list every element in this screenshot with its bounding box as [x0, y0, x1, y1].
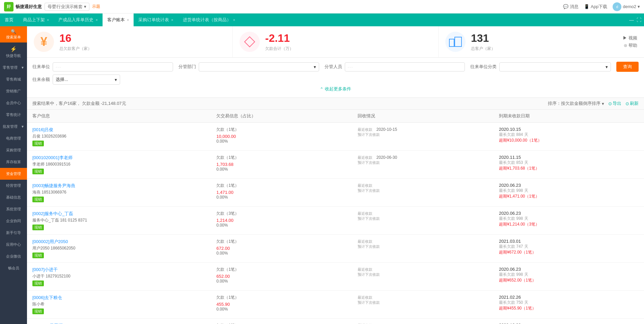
debt-amount-5[interactable]: 652.00: [216, 274, 347, 279]
refresh-button[interactable]: ⊙ 刷新: [625, 100, 639, 107]
close-icon[interactable]: ×: [127, 18, 129, 22]
close-icon[interactable]: ×: [47, 18, 49, 22]
overdue-text-6[interactable]: 超期¥455.90（1笔）: [499, 305, 639, 311]
table-row: [0007]小进干 小进干 18279152100 现销 欠款（1笔） 652.…: [27, 263, 644, 291]
filter-label-balance: 往来余额: [32, 77, 50, 83]
customer-tag-5: 现销: [32, 281, 44, 286]
export-label: 导出: [613, 100, 621, 107]
sidebar-link[interactable]: 示题: [92, 4, 100, 9]
retail-mgmt-label: 零售管理: [3, 65, 18, 70]
last-collection-label-5: 最近收款: [358, 267, 372, 271]
debt-amount-6[interactable]: 455.90: [216, 302, 347, 307]
last-collection-label-4: 最近收款: [358, 239, 372, 243]
customer-name-3[interactable]: [0002]服务中心_丁磊: [32, 211, 205, 217]
sidebar-item-retail-mgmt[interactable]: 零售管理 ▼: [0, 62, 27, 73]
sidebar-item-retail-mall[interactable]: 零售商城: [0, 73, 27, 85]
customer-name-4[interactable]: [000002]用户2050: [32, 239, 205, 245]
overdue-text-2[interactable]: 超期¥1,471.00（1笔）: [499, 194, 639, 199]
tab-jinhuo[interactable]: 进货单统计表（按商品） ×: [178, 13, 240, 26]
sidebar-item-wechat[interactable]: 企业微信: [0, 251, 27, 262]
collection-info-3: 最近收款: [358, 211, 488, 216]
overdue-text-0[interactable]: 超期¥10,000.00（1笔）: [499, 138, 639, 143]
tab-home[interactable]: 首页: [0, 13, 18, 26]
filter-select-dept[interactable]: ▾: [199, 62, 319, 71]
export-button[interactable]: ⊙ 导出: [608, 100, 621, 107]
tab-kehu[interactable]: 客户账本 ×: [103, 13, 134, 26]
overdue-text-5[interactable]: 超期¥652.00（1笔）: [499, 277, 639, 283]
sidebar-item-basic-info[interactable]: 基础信息: [0, 192, 27, 203]
tab-caigou-label: 采购订单统计表: [138, 17, 169, 23]
message-item[interactable]: 💬 消息: [563, 4, 579, 10]
debt-percent-5: 0.00%: [216, 279, 347, 284]
overdue-days-3: 最长欠款 998 天: [499, 216, 639, 222]
sidebar-item-guide[interactable]: 新手引导: [0, 227, 27, 239]
sidebar-item-operations[interactable]: 经营管理: [0, 180, 27, 192]
minimize-icon[interactable]: —: [629, 17, 634, 23]
sidebar-item-retail-stats[interactable]: 零售统计: [0, 109, 27, 121]
sidebar-item-member[interactable]: 会员中心: [0, 97, 27, 109]
close-icon[interactable]: ×: [95, 18, 97, 22]
customer-phone-1: 李老师 18600391516: [32, 161, 205, 167]
overdue-days-6: 最长欠款 750 天: [499, 300, 639, 305]
cell-due-7: 2020.12.30 最长欠款 808 天 超期¥429.00（1笔）: [494, 319, 644, 324]
customer-name-2[interactable]: [0003]畅捷服务尹海燕: [32, 183, 205, 189]
quick-nav-icon: ⚡: [10, 46, 17, 52]
overdue-text-3[interactable]: 超期¥1,214.00（3笔）: [499, 222, 639, 227]
overdue-text-1[interactable]: 超期¥1,703.68（1笔）: [499, 166, 639, 171]
ecommerce-label: 电商管理: [6, 136, 21, 141]
sidebar-item-member2[interactable]: 畅会员: [0, 262, 27, 274]
debt-amount-2[interactable]: 1,471.00: [216, 190, 347, 195]
overdue-text-4[interactable]: 超期¥672.00（1笔）: [499, 249, 639, 255]
debt-amount-3[interactable]: 1,214.00: [216, 218, 347, 223]
view-link[interactable]: ▶ 视频: [623, 35, 637, 41]
search-button[interactable]: 查询: [616, 62, 639, 72]
user-profile[interactable]: d demo2 ▾: [613, 2, 640, 11]
customer-name-1[interactable]: [0001020001]李老师: [32, 155, 205, 161]
app-download-item[interactable]: 📱 App下载: [584, 4, 607, 10]
sidebar-item-purchase[interactable]: 采购管理: [0, 144, 27, 156]
sidebar-item-ecommerce[interactable]: 电商管理: [0, 132, 27, 144]
sidebar-item-system[interactable]: 系统管理: [0, 203, 27, 215]
sort-selector[interactable]: 排序：按欠款金额倒序排序 ▾: [548, 100, 604, 107]
chevron-up-icon: ⌃: [320, 87, 324, 92]
filter-input-person[interactable]: ···: [345, 62, 465, 71]
collapse-button[interactable]: ⌃ 收起更多条件: [320, 86, 351, 92]
overdue-days-1: 最长欠款 853 天: [499, 160, 639, 166]
close-icon[interactable]: ×: [233, 18, 235, 22]
customer-name-5[interactable]: [0007]小进干: [32, 267, 205, 273]
customer-name-7[interactable]: [000001]黄思源: [32, 323, 205, 324]
tab-caigou[interactable]: 采购订单统计表 ×: [134, 13, 178, 26]
tab-chanpin[interactable]: 产成品入库单历史 ×: [54, 13, 102, 26]
sidebar-item-app-center[interactable]: 应用中心: [0, 239, 27, 251]
sidebar-item-enterprise[interactable]: 企业协同: [0, 215, 27, 227]
refresh-icon: ⊙: [625, 101, 629, 106]
filter-select-category[interactable]: ▾: [499, 62, 611, 71]
cell-due-5: 2020.06.23 最长欠款 998 天 超期¥652.00（1笔）: [494, 263, 644, 291]
refresh-label: 刷新: [630, 100, 639, 107]
sidebar-search[interactable]: 🔍 搜索菜单: [0, 26, 27, 42]
debt-amount-1[interactable]: 1,703.68: [216, 162, 347, 167]
debt-amount-0[interactable]: 10,000.00: [216, 134, 347, 139]
cell-collection-7: 最近收款 预计下次收款: [352, 319, 494, 324]
quick-nav-label: 快捷导航: [6, 53, 21, 58]
debt-amount-4[interactable]: 672.00: [216, 246, 347, 251]
filter-input-unit[interactable]: ···: [53, 62, 173, 71]
maximize-icon[interactable]: ⛶: [637, 17, 641, 23]
close-icon[interactable]: ×: [171, 18, 173, 22]
help-link[interactable]: ⊙ 帮助: [624, 42, 637, 49]
filter-select-balance[interactable]: 选择... ▾: [53, 75, 120, 85]
filter-label-unit: 往来单位: [32, 64, 50, 70]
cell-collection-4: 最近收款 预计下次收款: [352, 235, 494, 263]
sidebar-item-inventory[interactable]: 库存核算: [0, 156, 27, 168]
tab-kehu-label: 客户账本: [107, 17, 125, 23]
sidebar-item-quick-nav[interactable]: ⚡ 快捷导航: [0, 42, 27, 62]
customer-phone-0: 吕俊 13026203696: [32, 134, 205, 139]
customer-name-0[interactable]: [0016]吕俊: [32, 127, 205, 133]
customer-name-6[interactable]: [0006]去下粮仓: [32, 295, 205, 301]
sidebar-item-finance[interactable]: 资金管理: [0, 168, 27, 180]
sidebar-item-wholesale[interactable]: 批发管理 ▼: [0, 121, 27, 132]
tab-shangpin[interactable]: 商品上下架 ×: [18, 13, 54, 26]
sidebar-item-marketing[interactable]: 营销推广: [0, 85, 27, 97]
store-selector[interactable]: 母婴行业演示账套 ▾: [45, 3, 89, 11]
cell-collection-2: 最近收款 预计下次收款: [352, 179, 494, 207]
